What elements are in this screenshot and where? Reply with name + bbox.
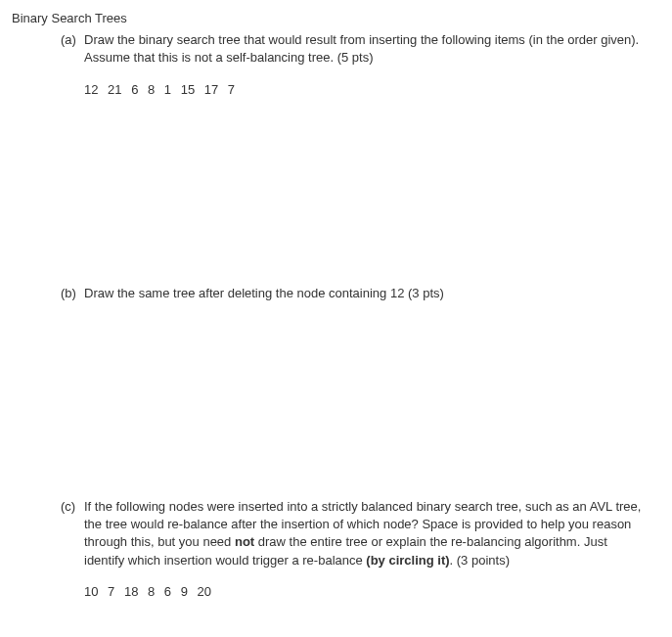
answer-space-b <box>12 302 660 498</box>
question-b-label: (b) <box>61 285 84 302</box>
question-b-text: Draw the same tree after deleting the no… <box>84 285 660 302</box>
question-a-text: Draw the binary search tree that would r… <box>84 31 660 67</box>
question-c-data: 10 7 18 8 6 9 20 <box>84 583 660 601</box>
question-c-text: If the following nodes were inserted int… <box>84 498 660 569</box>
question-b: (b) Draw the same tree after deleting th… <box>61 285 660 302</box>
question-c-bold2: (by circling it) <box>366 553 449 568</box>
question-c-bold1: not <box>235 534 254 549</box>
question-c-label: (c) <box>61 498 84 569</box>
question-a-label: (a) <box>61 31 84 67</box>
answer-space-a <box>12 99 660 285</box>
question-a-data: 12 21 6 8 1 15 17 7 <box>84 81 660 99</box>
question-c-part3: . (3 points) <box>450 553 510 568</box>
question-a: (a) Draw the binary search tree that wou… <box>61 31 660 67</box>
question-c: (c) If the following nodes were inserted… <box>61 498 660 569</box>
page-title: Binary Search Trees <box>12 10 660 27</box>
